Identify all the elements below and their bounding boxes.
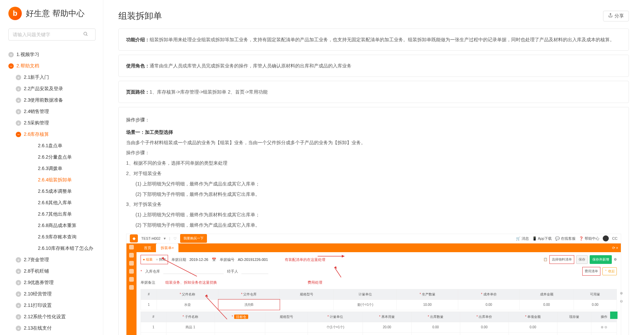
minus-icon	[8, 63, 14, 69]
nav-2-7[interactable]: 2.7资金管理	[16, 254, 96, 266]
nav-tree: 1.视频学习 2.帮助文档 2.1新手入门 2.2产品安装及登录 2.3使用前数…	[8, 49, 96, 335]
nav-2-6-9[interactable]: 2.6.9库存账本查询	[31, 231, 96, 243]
step2b: (2) 下部明细为子件明细，最终作为原材料生成其它出库单。	[126, 189, 621, 200]
nav-2-2[interactable]: 2.2产品安装及登录	[16, 83, 96, 95]
illus-tab-home: 首页	[139, 243, 156, 252]
nav-2-11[interactable]: 2.11打印设置	[16, 300, 96, 311]
illus-type-toggle: ● 组装 ○ 拆卸	[141, 255, 168, 264]
nav-2-9[interactable]: 2.9优惠券管理	[16, 277, 96, 288]
steps-sub: 操作步骤：	[126, 148, 621, 158]
logo-icon: b	[8, 7, 22, 20]
search-input[interactable]	[8, 29, 96, 41]
illus-topbar: ◆ TEST-H002 ▾ | ♡ 我要购买一下 🛒 消息 📱 App下载 💬 …	[126, 234, 621, 243]
svg-point-0	[84, 32, 87, 35]
illus-buy-button: 我要购买一下	[180, 234, 207, 243]
share-icon	[608, 13, 613, 19]
nav-2-3[interactable]: 2.3使用前数据准备	[16, 95, 96, 106]
nav-2-6-6[interactable]: 2.6.6其他入库单	[31, 197, 96, 209]
scene1-desc: 当由多个子件材料组装成一个成品的业务为【组装】业务，当由一个父件拆分成多个子产品…	[126, 137, 621, 148]
expand-icon	[610, 312, 618, 319]
nav-docs[interactable]: 2.帮助文档	[8, 60, 96, 72]
plus-icon	[8, 52, 14, 57]
svg-line-1	[86, 35, 87, 36]
illus-app: 📱 App下载	[532, 234, 552, 242]
illus-brand-icon: ◆	[130, 234, 138, 242]
page-title: 组装拆卸单	[118, 10, 162, 22]
steps-title: 操作步骤：	[126, 115, 621, 125]
role-panel: 使用角色：通常由生产人员或库管人员完成拆装业务的操作，库管人员确认原材料的出库和…	[118, 55, 629, 77]
illus-annot1: 有装配清单的在这里处理	[285, 256, 325, 264]
illus-tabs: 首页 拆装单 × ⟳ ×	[137, 243, 621, 252]
step3: 3、对于拆装业务	[126, 199, 621, 210]
logo: b 好生意 帮助中心	[8, 7, 96, 20]
step2: 2、对于组装业务	[126, 168, 621, 179]
step3a: (1) 上部明细为父件明细，最终作为原材料生成其它出库单；	[126, 210, 621, 220]
steps-block: 操作步骤： 场景一：加工类型选择 当由多个子件材料组装成一个成品的业务为【组装】…	[126, 115, 621, 335]
scene1-title: 场景一：加工类型选择	[126, 127, 621, 137]
list-icon: 📋	[543, 256, 547, 263]
illus-tab-doc: 拆装单 ×	[156, 243, 178, 252]
illus-parent-table: #父件名称父件仓库规格型号计量单位生产数量成本单价成本金额可用量 1水壶洗剂B套…	[141, 289, 617, 310]
illus-save-button: 保存	[576, 255, 588, 264]
nav-2-6-1[interactable]: 2.6.1盘点单	[31, 140, 96, 152]
nav-2-1[interactable]: 2.1新手入门	[16, 72, 96, 83]
search-box	[8, 29, 96, 41]
sidebar: b 好生意 帮助中心 1.视频学习 2.帮助文档 2.1新手入门 2.2产品安装…	[0, 0, 103, 335]
avatar-icon	[603, 235, 609, 241]
step2a: (1) 上部明细为父件明细，最终作为产成品生成其它入库单；	[126, 179, 621, 189]
illus-cs: 💬 在线客服	[555, 234, 576, 242]
illus-annot2: 组装业务、拆卸业务在这里切换	[165, 278, 217, 286]
search-icon[interactable]	[83, 32, 88, 38]
illus-help: ❓ 帮助中心	[579, 234, 599, 242]
illus-child-table: #子件名称目标仓规格型号计量单位基本用量出库数量出库单价单项金额现存量操作 1商…	[141, 312, 617, 335]
illus-bom-button: 选择物料清单	[549, 255, 574, 264]
illus-save-new-button: 保存并新增	[590, 255, 612, 264]
share-button[interactable]: 分享	[603, 11, 629, 21]
illus-annot3: 费用处理	[308, 278, 322, 286]
bell-icon: ♡	[173, 234, 177, 242]
calendar-icon: 📅	[212, 256, 216, 264]
nav-2-5[interactable]: 2.5采购管理	[16, 117, 96, 129]
illus-fee-button: 费用清单	[582, 267, 600, 276]
nav-2-10[interactable]: 2.10经营管理	[16, 288, 96, 300]
nav-video[interactable]: 1.视频学习	[8, 49, 96, 60]
illus-msg: 🛒 消息	[516, 234, 529, 242]
step3b: (2) 下部明细为子件明细，最终作为产成品生成其它入库单。	[126, 220, 621, 230]
nav-2-6-4[interactable]: 2.6.4组装拆卸单	[31, 174, 96, 186]
step1: 1、根据不同的业务，选择不同单据的类型来处理	[126, 158, 621, 168]
nav-2-8[interactable]: 2.8手机旺铺	[16, 266, 96, 277]
nav-2-12[interactable]: 2.12系统个性化设置	[16, 311, 96, 323]
nav-2-6-5[interactable]: 2.6.5成本调整单	[31, 186, 96, 197]
nav-2-6-2[interactable]: 2.6.2分量盘点单	[31, 152, 96, 163]
illus-collapse-button: ⌃ 收起	[602, 267, 617, 275]
nav-2-13[interactable]: 2.13在线支付	[16, 323, 96, 334]
nav-2-4[interactable]: 2.4销售管理	[16, 106, 96, 117]
gear-icon: ⚙	[614, 256, 617, 263]
site-name: 好生意 帮助中心	[26, 8, 85, 19]
nav-2-6-8[interactable]: 2.6.8商品成本重算	[31, 220, 96, 231]
nav-2-6-3[interactable]: 2.6.3调拨单	[31, 163, 96, 174]
nav-2-6[interactable]: 2.6库存核算	[16, 129, 96, 140]
chevron-down-icon: ▾	[164, 234, 166, 243]
path-panel: 页面路径：1、库存核算->库存管理->组装拆卸单 2、首页->常用功能	[118, 81, 629, 103]
illus-siderail	[126, 243, 137, 335]
nav-2-6-10[interactable]: 2.6.10库存账本错了怎么办	[31, 243, 96, 254]
main-content: 组装拆卸单 分享 功能介绍：组装拆卸单用来处理企业组装或拆卸等加工业务，支持有固…	[103, 0, 644, 335]
screenshot-illustration: ◆ TEST-H002 ▾ | ♡ 我要购买一下 🛒 消息 📱 App下载 💬 …	[126, 234, 621, 335]
intro-panel: 功能介绍：组装拆卸单用来处理企业组装或拆卸等加工业务，支持有固定装配清单的产品加…	[118, 29, 629, 51]
nav-2-6-7[interactable]: 2.6.7其他出库单	[31, 209, 96, 220]
